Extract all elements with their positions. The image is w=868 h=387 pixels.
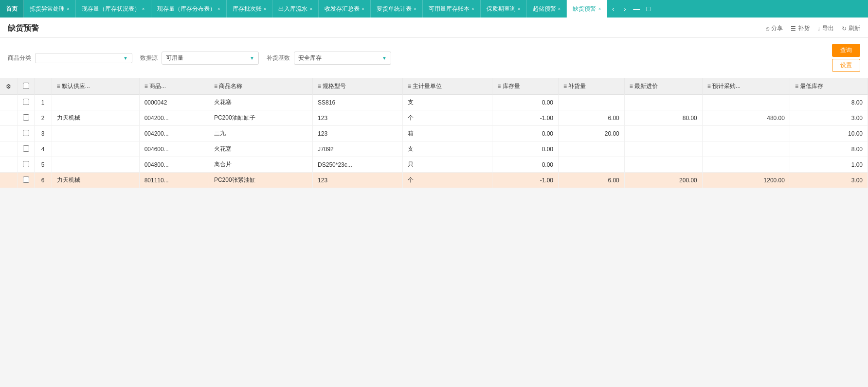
tab-home[interactable]: 首页 bbox=[0, 0, 24, 18]
close-icon[interactable]: × bbox=[362, 6, 364, 12]
row-no: 6 bbox=[34, 173, 52, 188]
row-checkbox[interactable] bbox=[23, 176, 29, 183]
close-icon[interactable]: × bbox=[598, 6, 601, 12]
row-latest-price bbox=[624, 126, 702, 141]
tab-inventory-dist[interactable]: 现存量（库存分布表） × bbox=[151, 0, 227, 18]
tab-inout-flow[interactable]: 出入库流水 × bbox=[272, 0, 319, 18]
export-icon: ↓ bbox=[817, 25, 820, 32]
query-button[interactable]: 查询 bbox=[832, 44, 860, 57]
row-checkbox[interactable] bbox=[23, 99, 29, 105]
tab-nav-right[interactable]: › bbox=[619, 0, 631, 18]
column-unit[interactable]: ≡ 主计量单位 bbox=[403, 78, 492, 95]
row-gear bbox=[0, 141, 18, 157]
table-header-row: ⚙ ≡ 默认供应... ≡ 商品... ≡ 商品名称 ≡ bbox=[0, 78, 868, 95]
column-est-purchase[interactable]: ≡ 预计采购... bbox=[702, 78, 790, 95]
close-icon[interactable]: × bbox=[309, 6, 312, 12]
column-product-code[interactable]: ≡ 商品... bbox=[139, 78, 209, 95]
row-est-purchase bbox=[702, 141, 790, 157]
column-stock-qty[interactable]: ≡ 库存量 bbox=[492, 78, 559, 95]
column-spec[interactable]: ≡ 规格型号 bbox=[313, 78, 403, 95]
column-product-name[interactable]: ≡ 商品名称 bbox=[209, 78, 312, 95]
tab-expiry-query[interactable]: 保质期查询 × bbox=[481, 0, 527, 18]
column-supplier[interactable]: ≡ 默认供应... bbox=[52, 78, 139, 95]
datasource-select[interactable]: 可用量 ▼ bbox=[162, 52, 259, 65]
tab-overstock[interactable]: 超储预警 × bbox=[527, 0, 567, 18]
row-checkbox[interactable] bbox=[23, 161, 29, 167]
row-checkbox-cell bbox=[18, 157, 34, 173]
shortage-table: ⚙ ≡ 默认供应... ≡ 商品... ≡ 商品名称 ≡ bbox=[0, 78, 868, 188]
tab-nav-left[interactable]: ‹ bbox=[607, 0, 619, 18]
column-restock-qty[interactable]: ≡ 补货量 bbox=[559, 78, 625, 95]
row-spec: 123 bbox=[313, 126, 403, 141]
tab-bar: 首页 拣货异常处理 × 现存量（库存状况表） × 现存量（库存分布表） × 库存… bbox=[0, 0, 868, 18]
share-action[interactable]: ⎋ 分享 bbox=[766, 24, 783, 33]
row-latest-price bbox=[624, 141, 702, 157]
row-spec: 123 bbox=[313, 110, 403, 126]
tab-maximize[interactable]: □ bbox=[642, 0, 654, 18]
tab-avail-ledger[interactable]: 可用量库存账本 × bbox=[423, 0, 481, 18]
table-container: ⚙ ≡ 默认供应... ≡ 商品... ≡ 商品名称 ≡ bbox=[0, 78, 868, 188]
refresh-action[interactable]: ↻ 刷新 bbox=[842, 24, 860, 33]
tab-defect-process[interactable]: 拣货异常处理 × bbox=[24, 0, 76, 18]
restock-action[interactable]: ☰ 补货 bbox=[791, 24, 810, 33]
tab-inventory-status[interactable]: 现存量（库存状况表） × bbox=[76, 0, 151, 18]
row-supplier: 力天机械 bbox=[52, 110, 139, 126]
row-product-name: 三九 bbox=[209, 126, 312, 141]
row-spec: DS250*23c... bbox=[313, 157, 403, 173]
row-stock-qty: -1.00 bbox=[492, 173, 559, 188]
settings-button[interactable]: 设置 bbox=[832, 59, 860, 72]
tab-demand-stats[interactable]: 要货单统计表 × bbox=[371, 0, 423, 18]
close-icon[interactable]: × bbox=[67, 6, 70, 12]
restock-base-select[interactable]: 安全库存 ▼ bbox=[294, 52, 391, 65]
row-no: 5 bbox=[34, 157, 52, 173]
row-gear bbox=[0, 157, 18, 173]
close-icon[interactable]: × bbox=[518, 6, 521, 12]
row-product-name: 火花塞 bbox=[209, 141, 312, 157]
close-icon[interactable]: × bbox=[414, 6, 416, 12]
chevron-down-icon: ▼ bbox=[250, 55, 254, 61]
column-latest-price-label: ≡ 最新进价 bbox=[630, 83, 658, 89]
column-gear[interactable]: ⚙ bbox=[0, 78, 18, 95]
restock-base-select-value: 安全库存 bbox=[298, 54, 322, 62]
tab-defect-process-label: 拣货异常处理 bbox=[30, 5, 65, 13]
row-checkbox-cell bbox=[18, 126, 34, 141]
close-icon[interactable]: × bbox=[142, 6, 145, 12]
row-supplier bbox=[52, 141, 139, 157]
close-icon[interactable]: × bbox=[471, 6, 474, 12]
export-action[interactable]: ↓ 导出 bbox=[817, 24, 834, 33]
close-icon[interactable]: × bbox=[264, 6, 267, 12]
row-product-code: 004800... bbox=[139, 157, 209, 173]
row-min-stock: 8.00 bbox=[790, 141, 868, 157]
row-restock-qty: 20.00 bbox=[559, 126, 625, 141]
row-min-stock: 10.00 bbox=[790, 126, 868, 141]
row-no: 4 bbox=[34, 141, 52, 157]
restock-base-filter-group: 补货基数 安全库存 ▼ bbox=[267, 52, 391, 65]
column-no bbox=[34, 78, 52, 95]
row-checkbox[interactable] bbox=[23, 130, 29, 136]
close-icon[interactable]: × bbox=[217, 6, 220, 12]
select-all-checkbox[interactable] bbox=[23, 83, 29, 89]
column-min-stock[interactable]: ≡ 最低库存 bbox=[790, 78, 868, 95]
tab-avail-ledger-label: 可用量库存账本 bbox=[429, 5, 470, 13]
tab-overstock-label: 超储预警 bbox=[533, 5, 556, 13]
export-label: 导出 bbox=[822, 24, 834, 33]
table-row: 6 力天机械 801110... PC200张紧油缸 123 个 -1.00 6… bbox=[0, 173, 868, 188]
row-unit: 支 bbox=[403, 141, 492, 157]
row-checkbox[interactable] bbox=[23, 145, 29, 152]
row-unit: 支 bbox=[403, 95, 492, 110]
row-stock-qty: 0.00 bbox=[492, 141, 559, 157]
category-select[interactable]: ▼ bbox=[35, 53, 132, 63]
close-icon[interactable]: × bbox=[558, 6, 561, 12]
row-supplier: 力天机械 bbox=[52, 173, 139, 188]
row-unit: 个 bbox=[403, 110, 492, 126]
tab-shortage[interactable]: 缺货预警 × bbox=[567, 0, 607, 18]
row-product-code: 004600... bbox=[139, 141, 209, 157]
column-latest-price[interactable]: ≡ 最新进价 bbox=[624, 78, 702, 95]
row-checkbox-cell bbox=[18, 95, 34, 110]
tab-batch-account[interactable]: 库存批次账 × bbox=[227, 0, 273, 18]
row-checkbox-cell bbox=[18, 141, 34, 157]
tab-recv-summary[interactable]: 收发存汇总表 × bbox=[319, 0, 371, 18]
row-min-stock: 3.00 bbox=[790, 110, 868, 126]
tab-minimize[interactable]: — bbox=[631, 0, 642, 18]
row-checkbox[interactable] bbox=[23, 114, 29, 121]
